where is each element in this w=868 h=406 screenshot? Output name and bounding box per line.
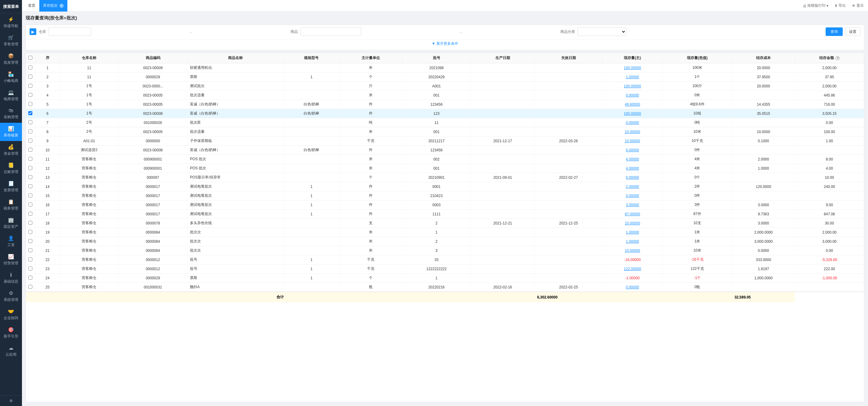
row-checkbox[interactable] xyxy=(28,157,32,161)
row-qty-main[interactable]: 100.00000 xyxy=(602,81,663,91)
table-row[interactable]: 9 A01-01 0000000 子件保质期临 千克 20211217 2021… xyxy=(26,136,864,145)
sidebar-item-hr[interactable]: 👤工资 xyxy=(0,232,22,251)
row-qty-main[interactable]: 10.00000 xyxy=(602,219,663,228)
sidebar-item-quick-nav[interactable]: ⚡快捷导航 xyxy=(0,13,22,32)
table-row[interactable]: 20 营客粮仓 0000084 批次次 米 2 1.00000 1米 3,000… xyxy=(26,237,864,246)
row-checkbox[interactable] xyxy=(28,248,32,252)
home-tab[interactable]: 首页 xyxy=(24,0,39,11)
row-checkbox[interactable] xyxy=(28,93,32,97)
row-qty-main[interactable]: 10.00000 xyxy=(602,136,663,145)
row-checkbox[interactable] xyxy=(28,267,32,270)
tab-close-button[interactable]: × xyxy=(59,4,64,8)
warehouse-input[interactable] xyxy=(49,27,91,36)
row-qty-main[interactable]: 1.00000 xyxy=(602,72,663,81)
table-row[interactable]: 21 营客粮仓 0000084 批次次 米 3 10.00000 10米 0.0… xyxy=(26,246,864,255)
table-row[interactable]: 17 营客粮仓 0000017 测试电竜批次 1 件 1111 87.00000… xyxy=(26,209,864,219)
sidebar-item-micro-shop[interactable]: 🏪小略电商 xyxy=(0,68,22,87)
row-qty-main[interactable]: 0.00000 xyxy=(602,191,663,200)
row-checkbox[interactable] xyxy=(28,184,32,188)
row-checkbox[interactable] xyxy=(28,175,32,179)
table-row[interactable]: 23 营客粮仓 0000012 批号 1 千克 1222222222 122.0… xyxy=(26,264,864,273)
row-checkbox[interactable] xyxy=(28,75,32,78)
category-select[interactable] xyxy=(578,27,626,36)
sidebar-item-purchase[interactable]: 🛍采购管理 xyxy=(0,105,22,123)
row-qty-main[interactable]: 87.00000 xyxy=(602,209,663,219)
row-qty-main[interactable]: 2.00000 xyxy=(602,182,663,191)
row-checkbox[interactable] xyxy=(28,130,32,133)
row-qty-main[interactable]: 3.00000 xyxy=(602,200,663,209)
set-button[interactable]: 设置 xyxy=(845,27,860,36)
row-checkbox[interactable] xyxy=(28,111,32,115)
table-row[interactable]: 14 营客粮仓 0000017 测试电竜批次 1 件 0001 2.00000 … xyxy=(26,182,864,191)
table-row[interactable]: 5 1号 0023-00005 富减（白色/奶棒） 白色/奶棒 件 123456… xyxy=(26,100,864,109)
table-row[interactable]: 16 营客粮仓 0000017 测试电竜批次 1 件 0003 3.00000 … xyxy=(26,200,864,209)
row-checkbox[interactable] xyxy=(28,120,32,124)
export-button[interactable]: ⬆ 导出 xyxy=(833,2,847,9)
row-qty-main[interactable]: 4.00000 xyxy=(602,155,663,164)
sidebar-item-biz-mgmt[interactable]: 📈经营管理 xyxy=(0,251,22,269)
row-qty-main[interactable]: -16.00000 xyxy=(602,255,663,264)
row-qty-main[interactable]: 4.00000 xyxy=(602,164,663,173)
row-checkbox[interactable] xyxy=(28,285,32,289)
row-qty-main[interactable]: 0.00000 xyxy=(602,145,663,155)
row-qty-main[interactable]: 0.00000 xyxy=(602,283,663,292)
sidebar-item-inventory[interactable]: 📊库存核算 xyxy=(0,123,22,141)
sidebar-item-cloud[interactable]: ☁云应用 xyxy=(0,342,22,360)
sidebar-item-ecom[interactable]: 💻电商管理 xyxy=(0,87,22,105)
row-qty-main[interactable]: 10.00000 xyxy=(602,127,663,136)
table-row[interactable]: 11 营客粮仓 000900001 POS 批次 米 002 4.00000 4… xyxy=(26,155,864,164)
sidebar-item-newbie[interactable]: 🎯新手引导 xyxy=(0,324,22,342)
print-button[interactable]: 🖨 按模版打印 ▾ xyxy=(801,2,830,9)
table-row[interactable]: 25 营客粮仓 001000031 颤抖A 瓶 20220216 2022-02… xyxy=(26,283,864,292)
row-checkbox[interactable] xyxy=(28,212,32,216)
select-all-checkbox[interactable] xyxy=(28,56,32,60)
row-qty-main[interactable]: 122.00000 xyxy=(602,264,663,273)
table-row[interactable]: 6 1号 0023-00008 富减（白色/奶棒） 白色/奶棒 件 123 10… xyxy=(26,109,864,118)
row-checkbox[interactable] xyxy=(28,276,32,280)
row-qty-main[interactable]: 100.00000 xyxy=(602,109,663,118)
table-row[interactable]: 3 1号 0023-0000... 测试批次 斤 A001 100.00000 … xyxy=(26,81,864,91)
row-checkbox[interactable] xyxy=(28,203,32,206)
table-row[interactable]: 19 营客粮仓 0000084 批次次 米 1 1.00000 1米 2,000… xyxy=(26,228,864,237)
sidebar-item-finance[interactable]: 💰资金管理 xyxy=(0,141,22,159)
table-row[interactable]: 18 营客粮仓 0000078 多头异色坎线 支 2 2021-12-21 20… xyxy=(26,219,864,228)
row-qty-main[interactable]: -1.00000 xyxy=(602,273,663,283)
row-checkbox[interactable] xyxy=(28,239,32,243)
sidebar-item-collab[interactable]: 🤝企业协同 xyxy=(0,305,22,324)
row-checkbox[interactable] xyxy=(28,148,32,152)
row-checkbox[interactable] xyxy=(28,230,32,234)
sidebar-item-sys-mgmt[interactable]: ⚙系统管理 xyxy=(0,287,22,305)
row-qty-main[interactable]: 0.00000 xyxy=(602,91,663,100)
table-row[interactable]: 2 11 0000029 票斯 1 个 20220429 1.00000 1个 … xyxy=(26,72,864,81)
table-row[interactable]: 7 2号 001000026 批次匪 吨 11 0.00000 0吨 0.00 xyxy=(26,118,864,127)
display-button[interactable]: 👁 显示 xyxy=(850,2,866,9)
expand-more-button[interactable]: ▼ 展开更多条件 xyxy=(30,40,860,47)
row-qty-main[interactable]: 0.00000 xyxy=(602,118,663,127)
total-cost-info-icon[interactable]: ① xyxy=(835,56,840,60)
table-row[interactable]: 15 营客粮仓 0000017 测试电竜批次 1 件 210423 0.0000… xyxy=(26,191,864,200)
row-checkbox[interactable] xyxy=(28,221,32,225)
table-row[interactable]: 13 营客粮仓 000097 POS显示率/排异常 个 20210901 202… xyxy=(26,173,864,182)
inventory-batch-tab[interactable]: 库存批次 × xyxy=(39,0,67,11)
row-qty-main[interactable]: 49.60000 xyxy=(602,100,663,109)
table-row[interactable]: 4 1号 0023-00005 批次适量 米 001 0.00000 0米 44… xyxy=(26,91,864,100)
sidebar-settings[interactable]: ⚙ xyxy=(0,395,22,406)
table-row[interactable]: 24 营客粮仓 0000029 票斯 1 个 1 -1.00000 -1个 1,… xyxy=(26,273,864,283)
sidebar-item-retail[interactable]: 🛒零售管理 xyxy=(0,32,22,50)
row-checkbox[interactable] xyxy=(28,139,32,142)
table-row[interactable]: 10 测试选货2 0023-00008 富减（白色/奶棒） 白色/奶棒 件 12… xyxy=(26,145,864,155)
sidebar-item-tax[interactable]: 📋税务管理 xyxy=(0,196,22,214)
sidebar-logo[interactable]: 搜索菜单 xyxy=(0,0,22,13)
row-checkbox[interactable] xyxy=(28,102,32,106)
row-qty-main[interactable]: 10.00000 xyxy=(602,246,663,255)
row-qty-main[interactable]: 0.00000 xyxy=(602,173,663,182)
sidebar-item-wholesale[interactable]: 📦批发管理 xyxy=(0,50,22,68)
goods-input[interactable] xyxy=(300,27,361,36)
sidebar-item-basic-info[interactable]: ℹ基础信息 xyxy=(0,269,22,287)
table-row[interactable]: 22 营客粮仓 0000012 批号 1 千克 33 -16.00000 -16… xyxy=(26,255,864,264)
row-qty-main[interactable]: 100.00000 xyxy=(602,63,663,72)
row-checkbox[interactable] xyxy=(28,166,32,170)
row-qty-main[interactable]: 1.00000 xyxy=(602,228,663,237)
sidebar-item-general[interactable]: 📒总账管理 xyxy=(0,159,22,177)
row-checkbox[interactable] xyxy=(28,194,32,197)
